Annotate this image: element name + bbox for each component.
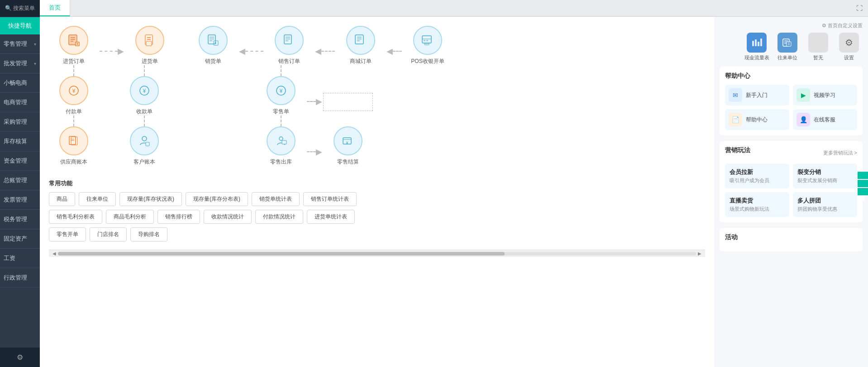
help-item-beginner[interactable]: ✉ 新手入门: [725, 85, 789, 106]
wf-node-retail-settlement[interactable]: ¥ 零售结算: [323, 126, 373, 166]
cf-btn-receipt-stats[interactable]: 收款情况统计: [204, 210, 252, 224]
more-marketing-link[interactable]: 更多营销玩法 >: [823, 150, 857, 156]
tab-home[interactable]: 首页: [40, 0, 70, 16]
sidebar-item-ecommerce-small[interactable]: 小畅电商: [0, 73, 40, 93]
scroll-left-arrow[interactable]: ◀: [51, 251, 58, 256]
cf-btn-retail-order[interactable]: 零售开单: [49, 227, 86, 241]
cashflow-icon-box: [747, 33, 767, 53]
marketing-item-group[interactable]: 多人拼团 拼团购物享受优惠: [793, 192, 857, 217]
mail-icon: ✉: [729, 88, 742, 102]
sidebar-item-label: 小畅电商: [4, 79, 27, 87]
wf-circle-purchase-bill: [135, 26, 164, 55]
cf-btn-sales-gross[interactable]: 销售毛利分析表: [49, 210, 102, 224]
common-functions: 常用功能 商品 往来单位 现存量(库存状况表) 现存量(库存分布表) 销货单统计…: [49, 175, 705, 250]
scroll-right-arrow[interactable]: ▶: [696, 251, 703, 256]
quick-icon-none[interactable]: 暂无: [805, 33, 832, 61]
wf-circle-supplier-account: [59, 126, 88, 155]
cf-btn-stock-dist[interactable]: 现存量(库存分布表): [186, 192, 248, 206]
search-menu[interactable]: 🔍 搜索菜单: [0, 0, 40, 17]
sidebar-item-label: 采购管理: [4, 118, 27, 126]
wf-circle-payment: ¥: [59, 76, 88, 105]
wf-node-mall-order[interactable]: 商城订单: [336, 26, 386, 65]
quicknav-item[interactable]: 快捷导航: [0, 17, 40, 34]
help-item-helpcenter[interactable]: 📄 帮助中心: [725, 109, 789, 130]
cf-btn-partners[interactable]: 往来单位: [79, 192, 116, 206]
help-item-online-service[interactable]: 👤 在线客服: [793, 109, 857, 130]
sidebar-item-inventory[interactable]: 库存核算: [0, 132, 40, 151]
wf-node-retail-order[interactable]: ¥ 零售单: [256, 76, 306, 116]
sidebar-item-retail[interactable]: 零售管理 ▾: [0, 34, 40, 54]
sidebar-item-admin[interactable]: 行政管理: [0, 268, 40, 288]
marketing-title: 营销玩法: [725, 146, 750, 155]
sidebar-settings[interactable]: ⚙: [0, 348, 40, 367]
wf-node-pos[interactable]: POS收银开单: [403, 26, 453, 65]
sidebar-item-assets[interactable]: 固定资产: [0, 229, 40, 249]
sidebar-item-invoice[interactable]: 发票管理: [0, 190, 40, 210]
sidebar-item-label: 税务管理: [4, 215, 27, 223]
float-btn-desktop[interactable]: 桌面快捷: [858, 188, 868, 195]
wf-node-retail-outbound[interactable]: 零售出库: [256, 126, 306, 166]
quick-icon-partners[interactable]: 往来单位: [774, 33, 801, 61]
wf-node-sales-bill[interactable]: ¥ 销货单: [188, 26, 238, 65]
svg-rect-47: [752, 41, 754, 46]
cf-btn-goods[interactable]: 商品: [49, 192, 75, 206]
cf-btn-store-rank[interactable]: 门店排名: [90, 227, 127, 241]
marketing-item-live[interactable]: 直播卖货 场景式购物新玩法: [725, 192, 789, 217]
wf-node-receipt[interactable]: ¥ 收款单: [119, 76, 169, 116]
expand-icon[interactable]: ⛶: [851, 1, 868, 15]
svg-text:¥: ¥: [143, 88, 146, 94]
tabbar: 首页 ⛶: [40, 0, 868, 17]
sidebar-item-finance[interactable]: 资金管理: [0, 151, 40, 171]
float-buttons: 客服热线 服务社区 桌面快捷: [858, 172, 868, 195]
wf-node-supplier-account[interactable]: 供应商账本: [49, 126, 99, 166]
cf-btn-payment-stats[interactable]: 付款情况统计: [255, 210, 303, 224]
sidebar-item-label: 发票管理: [4, 196, 27, 204]
wf-circle-customer-account: [130, 126, 159, 155]
svg-rect-48: [755, 39, 757, 46]
wf-circle-sales-order: [275, 26, 304, 55]
scroll-track[interactable]: [58, 252, 696, 256]
marketing-item-member[interactable]: 会员拉新 吸引用户成为会员: [725, 164, 789, 188]
wf-node-customer-account[interactable]: 客户账本: [119, 126, 169, 166]
wf-node-purchase-order[interactable]: 进货订单: [49, 26, 99, 65]
wf-node-sales-order[interactable]: 销售订单: [264, 26, 314, 65]
doc-icon: 📄: [729, 113, 742, 126]
bottom-scrollbar[interactable]: ◀ ▶: [49, 250, 705, 257]
cf-btn-purchase-stats[interactable]: 进货单统计表: [307, 210, 355, 224]
float-btn-community[interactable]: 服务社区: [858, 180, 868, 187]
help-item-video[interactable]: ▶ 视频学习: [793, 85, 857, 106]
sidebar-item-label: 电商管理: [4, 98, 27, 106]
help-center-title: 帮助中心: [725, 72, 857, 80]
search-label: 搜索菜单: [13, 5, 35, 11]
sidebar-item-ecommerce-manage[interactable]: 电商管理: [0, 93, 40, 112]
svg-rect-37: [71, 137, 77, 145]
custom-setting-link[interactable]: ⚙ 首页自定义设置: [720, 22, 863, 29]
sidebar-item-wholesale[interactable]: 批发管理 ▾: [0, 54, 40, 73]
wf-circle-pos: [413, 26, 442, 55]
wf-node-payment[interactable]: ¥ 付款单: [49, 76, 99, 116]
svg-rect-21: [355, 35, 363, 44]
sidebar-item-label: 总账管理: [4, 176, 27, 184]
cf-btn-sales-rank[interactable]: 销售排行榜: [157, 210, 200, 224]
svg-text:¥: ¥: [72, 88, 76, 94]
cf-btn-guide-rank[interactable]: 导购排名: [130, 227, 167, 241]
cf-btn-goods-gross[interactable]: 商品毛利分析: [106, 210, 154, 224]
sidebar-item-tax[interactable]: 税务管理: [0, 210, 40, 229]
sidebar-item-ledger[interactable]: 总账管理: [0, 171, 40, 190]
cf-btn-stock-status[interactable]: 现存量(库存状况表): [119, 192, 182, 206]
cf-btn-sales-stats[interactable]: 销货单统计表: [252, 192, 300, 206]
wf-circle-retail-settlement: ¥: [334, 126, 362, 155]
left-panel: 进货订单 ▶: [40, 17, 714, 367]
quick-icon-settings[interactable]: ⚙ 设置: [835, 33, 863, 61]
cf-btn-salesorder-stats[interactable]: 销售订单统计表: [303, 192, 357, 206]
sidebar-item-purchase[interactable]: 采购管理: [0, 112, 40, 132]
quick-icon-cashflow[interactable]: 现金流量表: [743, 33, 770, 61]
right-panel: ⚙ 首页自定义设置 现金流量表: [714, 17, 868, 367]
partners-icon-box: [777, 33, 797, 53]
scroll-thumb: [58, 252, 505, 256]
marketing-item-fission[interactable]: 裂变分销 裂变式发展分销商: [793, 164, 857, 188]
svg-point-40: [142, 136, 147, 141]
wf-node-purchase-bill[interactable]: 进货单: [125, 26, 175, 65]
float-btn-service[interactable]: 客服热线: [858, 172, 868, 179]
sidebar-item-salary[interactable]: 工资: [0, 249, 40, 268]
